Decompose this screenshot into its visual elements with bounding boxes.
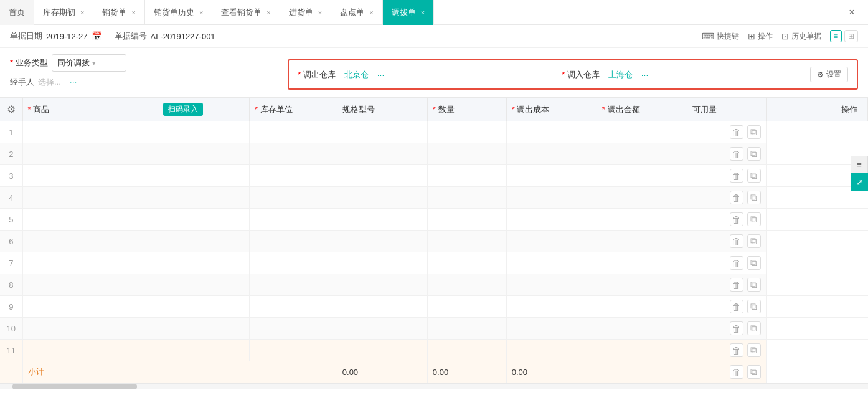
tab-transfer-close[interactable]: ×	[421, 9, 425, 16]
row-spec[interactable]	[249, 318, 337, 340]
copy-row-button[interactable]: ⧉	[747, 147, 761, 161]
row-cost[interactable]	[427, 274, 506, 296]
row-amount[interactable]	[506, 274, 597, 296]
delete-row-button[interactable]: 🗑	[730, 321, 743, 335]
row-goods[interactable]	[22, 296, 158, 318]
tab-purchase-order-close[interactable]: ×	[318, 9, 322, 16]
row-spec[interactable]	[249, 121, 337, 143]
row-goods[interactable]	[22, 340, 158, 361]
tab-sales-order[interactable]: 销货单 ×	[93, 0, 144, 25]
copy-row-button[interactable]: ⧉	[747, 256, 761, 270]
subtotal-copy-button[interactable]: ⧉	[747, 365, 761, 379]
history-button[interactable]: ⊡ 历史单据	[781, 31, 821, 42]
row-unit[interactable]	[158, 165, 250, 187]
row-goods[interactable]	[22, 187, 158, 209]
calendar-icon[interactable]: 📅	[92, 31, 102, 41]
row-spec[interactable]	[249, 340, 337, 361]
row-avail[interactable]	[597, 252, 687, 274]
row-spec[interactable]	[249, 231, 337, 252]
row-amount[interactable]	[506, 231, 597, 252]
copy-row-button[interactable]: ⧉	[747, 300, 761, 313]
row-amount[interactable]	[506, 165, 597, 187]
row-avail[interactable]	[597, 143, 687, 165]
row-qty[interactable]	[337, 121, 427, 143]
row-goods[interactable]	[22, 252, 158, 274]
row-avail[interactable]	[597, 121, 687, 143]
tab-sales-history-close[interactable]: ×	[199, 9, 203, 16]
row-spec[interactable]	[249, 274, 337, 296]
to-warehouse-more-button[interactable]: ···	[641, 70, 649, 80]
scan-entry-button[interactable]: 扫码录入	[163, 103, 203, 116]
tab-view-sales[interactable]: 查看销货单 ×	[212, 0, 280, 25]
table-gear-icon[interactable]: ⚙	[7, 104, 16, 115]
shortcut-button[interactable]: ⌨ 快捷键	[702, 31, 739, 42]
tab-inventory-init[interactable]: 库存期初 ×	[34, 0, 93, 25]
tab-sales-order-close[interactable]: ×	[131, 9, 135, 16]
row-goods[interactable]	[22, 274, 158, 296]
row-amount[interactable]	[506, 252, 597, 274]
biz-type-select[interactable]: 同价调拨 ▾	[52, 54, 126, 72]
horizontal-scrollbar[interactable]	[0, 383, 868, 389]
row-goods[interactable]	[22, 121, 158, 143]
row-cost[interactable]	[427, 296, 506, 318]
row-amount[interactable]	[506, 340, 597, 361]
delete-row-button[interactable]: 🗑	[730, 191, 743, 204]
person-select[interactable]: 选择...	[38, 77, 61, 88]
copy-row-button[interactable]: ⧉	[747, 212, 761, 226]
tab-transfer[interactable]: 调拨单 ×	[383, 0, 434, 25]
row-spec[interactable]	[249, 165, 337, 187]
row-spec[interactable]	[249, 296, 337, 318]
operation-button[interactable]: ⊞ 操作	[748, 31, 773, 42]
row-qty[interactable]	[337, 231, 427, 252]
row-unit[interactable]	[158, 121, 250, 143]
tab-sales-history[interactable]: 销货单历史 ×	[145, 0, 212, 25]
row-qty[interactable]	[337, 340, 427, 361]
tab-home[interactable]: 首页	[0, 0, 34, 25]
row-unit[interactable]	[158, 318, 250, 340]
row-amount[interactable]	[506, 121, 597, 143]
copy-row-button[interactable]: ⧉	[747, 234, 761, 248]
copy-row-button[interactable]: ⧉	[747, 278, 761, 292]
row-avail[interactable]	[597, 340, 687, 361]
row-cost[interactable]	[427, 231, 506, 252]
row-qty[interactable]	[337, 318, 427, 340]
tab-stocktake-close[interactable]: ×	[369, 9, 373, 16]
row-avail[interactable]	[597, 231, 687, 252]
row-amount[interactable]	[506, 143, 597, 165]
row-goods[interactable]	[22, 143, 158, 165]
row-spec[interactable]	[249, 187, 337, 209]
row-unit[interactable]	[158, 252, 250, 274]
row-unit[interactable]	[158, 340, 250, 361]
delete-row-button[interactable]: 🗑	[730, 212, 743, 226]
row-avail[interactable]	[597, 165, 687, 187]
row-avail[interactable]	[597, 296, 687, 318]
list-view-button[interactable]: ≡	[830, 30, 842, 42]
row-unit[interactable]	[158, 143, 250, 165]
row-unit[interactable]	[158, 296, 250, 318]
row-spec[interactable]	[249, 252, 337, 274]
delete-row-button[interactable]: 🗑	[730, 278, 743, 292]
row-avail[interactable]	[597, 209, 687, 231]
row-cost[interactable]	[427, 252, 506, 274]
person-more-button[interactable]: ···	[70, 77, 77, 87]
row-qty[interactable]	[337, 252, 427, 274]
row-spec[interactable]	[249, 143, 337, 165]
row-avail[interactable]	[597, 274, 687, 296]
row-cost[interactable]	[427, 187, 506, 209]
row-cost[interactable]	[427, 143, 506, 165]
row-unit[interactable]	[158, 187, 250, 209]
row-cost[interactable]	[427, 209, 506, 231]
tab-purchase-order[interactable]: 进货单 ×	[280, 0, 331, 25]
subtotal-delete-button[interactable]: 🗑	[730, 365, 743, 379]
row-qty[interactable]	[337, 209, 427, 231]
row-qty[interactable]	[337, 165, 427, 187]
row-cost[interactable]	[427, 121, 506, 143]
tab-inventory-init-close[interactable]: ×	[80, 9, 84, 16]
delete-row-button[interactable]: 🗑	[730, 234, 743, 248]
row-goods[interactable]	[22, 318, 158, 340]
window-close-button[interactable]: ×	[842, 2, 862, 22]
row-qty[interactable]	[337, 296, 427, 318]
settings-button[interactable]: ⚙ 设置	[810, 67, 848, 82]
row-goods[interactable]	[22, 165, 158, 187]
copy-row-button[interactable]: ⧉	[747, 321, 761, 335]
